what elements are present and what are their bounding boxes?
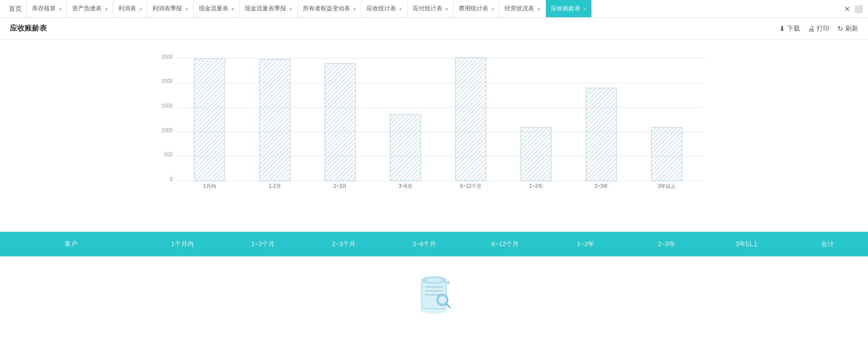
tab-balance[interactable]: 资产负债表 × [67, 0, 113, 18]
tab-cashflow-quarter-close[interactable]: × [289, 6, 292, 12]
bar-chart: 0 500 1000 1500 2000 2500 1月内 1-2月 2~3月 [20, 49, 848, 197]
table-header: 客户 1个月内 1~2个月 2~3个月 3~6个月 6~12个月 1~2年 2~… [0, 232, 868, 256]
tab-inventory[interactable]: 库存核算 × [27, 0, 67, 18]
print-label: 打印 [817, 24, 830, 33]
header-actions: ⬇ 下载 🖨 打印 ↻ 刷新 [779, 24, 858, 33]
svg-text:3~6月: 3~6月 [398, 183, 412, 189]
svg-text:1-2月: 1-2月 [269, 183, 281, 189]
tab-bar: 首页 库存核算 × 资产负债表 × 利润表 × 利润表季报 × 现金流量表 × … [0, 0, 868, 18]
svg-text:1500: 1500 [161, 103, 173, 108]
bar-1-2月 [259, 60, 290, 181]
window-controls: ✕ ⬜ [843, 5, 864, 13]
tab-balance-close[interactable]: × [105, 6, 108, 12]
tab-profit-quarter[interactable]: 利润表季报 × [147, 0, 193, 18]
bar-6-12月 [455, 58, 486, 181]
tab-cashflow-close[interactable]: × [231, 6, 234, 12]
tab-ar-stats[interactable]: 应收统计表 × [362, 0, 407, 18]
tab-ap-stats-label: 应付统计表 [413, 4, 442, 13]
print-button[interactable]: 🖨 打印 [808, 24, 830, 33]
tab-ar-aging-label: 应收账龄表 [551, 4, 580, 13]
tab-ar-stats-close[interactable]: × [399, 6, 402, 12]
print-icon: 🖨 [808, 25, 815, 33]
page-header: 应收账龄表 ⬇ 下载 🖨 打印 ↻ 刷新 [0, 18, 868, 39]
tab-expense-stats-label: 费用统计表 [459, 4, 488, 13]
th-3-6month: 3~6个月 [384, 240, 465, 248]
tab-profit-quarter-label: 利润表季报 [152, 4, 182, 13]
th-customer: 客户 [0, 240, 142, 248]
th-2-3month: 2~3个月 [303, 240, 384, 248]
svg-text:1000: 1000 [161, 128, 173, 133]
svg-text:3年以上: 3年以上 [658, 183, 676, 189]
svg-point-24 [427, 278, 441, 282]
svg-text:6~12个月: 6~12个月 [460, 183, 481, 189]
th-3year-plus: 3年以上 [707, 240, 788, 248]
tab-equity[interactable]: 所有者权益变动表 × [298, 0, 362, 18]
tab-ar-stats-label: 应收统计表 [366, 4, 396, 13]
tab-operations[interactable]: 经营状况表 × [500, 0, 545, 18]
empty-state [0, 256, 868, 317]
svg-text:2000: 2000 [161, 78, 173, 84]
tab-profit[interactable]: 利润表 × [113, 0, 147, 18]
tab-equity-close[interactable]: × [353, 6, 356, 12]
tab-equity-label: 所有者权益变动表 [303, 4, 350, 13]
tab-profit-label: 利润表 [118, 4, 136, 13]
tab-ap-stats[interactable]: 应付统计表 × [408, 0, 454, 18]
tab-profit-quarter-close[interactable]: × [185, 6, 188, 12]
svg-point-29 [439, 296, 446, 303]
refresh-label: 刷新 [845, 24, 858, 33]
svg-text:1~2年: 1~2年 [529, 183, 543, 189]
th-1-2year: 1~2年 [545, 240, 626, 248]
th-6-12month: 6~12个月 [465, 240, 545, 248]
th-1month: 1个月内 [142, 240, 223, 248]
tab-profit-close[interactable]: × [139, 6, 142, 12]
window-close-btn[interactable]: ✕ [843, 5, 851, 13]
bar-1-2年 [521, 127, 551, 181]
bar-2-3月 [325, 64, 356, 181]
bar-3-6月 [390, 114, 421, 180]
empty-illustration [412, 271, 456, 317]
tab-home[interactable]: 首页 [4, 0, 27, 18]
tab-operations-label: 经营状况表 [505, 4, 534, 13]
svg-text:500: 500 [164, 152, 173, 157]
download-button[interactable]: ⬇ 下载 [779, 24, 800, 33]
window-maximize-btn[interactable]: ⬜ [854, 5, 862, 13]
svg-text:2~3月: 2~3月 [333, 183, 347, 189]
tab-ap-stats-close[interactable]: × [445, 6, 448, 12]
download-label: 下载 [787, 24, 800, 33]
refresh-button[interactable]: ↻ 刷新 [837, 24, 858, 33]
svg-line-30 [446, 304, 450, 308]
download-icon: ⬇ [779, 25, 785, 33]
tab-balance-label: 资产负债表 [72, 4, 102, 13]
empty-icon [412, 271, 456, 316]
page-title: 应收账龄表 [10, 24, 47, 33]
tab-operations-close[interactable]: × [537, 6, 540, 12]
svg-text:2500: 2500 [161, 54, 173, 60]
tab-inventory-close[interactable]: × [59, 6, 62, 12]
bar-2-3年 [586, 88, 616, 181]
refresh-icon: ↻ [837, 25, 843, 33]
tab-inventory-label: 库存核算 [32, 4, 56, 13]
tab-cashflow[interactable]: 现金流量表 × [194, 0, 240, 18]
bar-3年以上 [651, 127, 682, 181]
bar-1月内 [194, 59, 225, 181]
tab-ar-aging[interactable]: 应收账龄表 × [546, 0, 592, 18]
tab-expense-stats-close[interactable]: × [491, 6, 494, 12]
tab-cashflow-label: 现金流量表 [199, 4, 228, 13]
svg-text:1月内: 1月内 [203, 183, 216, 189]
tab-expense-stats[interactable]: 费用统计表 × [454, 0, 500, 18]
th-2-3year: 2~3年 [626, 240, 707, 248]
main-content: 0 500 1000 1500 2000 2500 1月内 1-2月 2~3月 [0, 39, 868, 355]
th-1-2month: 1~2个月 [223, 240, 304, 248]
svg-text:2~3年: 2~3年 [595, 183, 609, 189]
tab-home-label: 首页 [9, 4, 22, 13]
th-total: 合计 [788, 240, 868, 248]
tab-cashflow-quarter-label: 现金流量表季报 [245, 4, 286, 13]
svg-text:0: 0 [170, 177, 173, 182]
tab-ar-aging-close[interactable]: × [583, 6, 586, 12]
chart-area: 0 500 1000 1500 2000 2500 1月内 1-2月 2~3月 [0, 39, 868, 232]
tab-cashflow-quarter[interactable]: 现金流量表季报 × [240, 0, 297, 18]
